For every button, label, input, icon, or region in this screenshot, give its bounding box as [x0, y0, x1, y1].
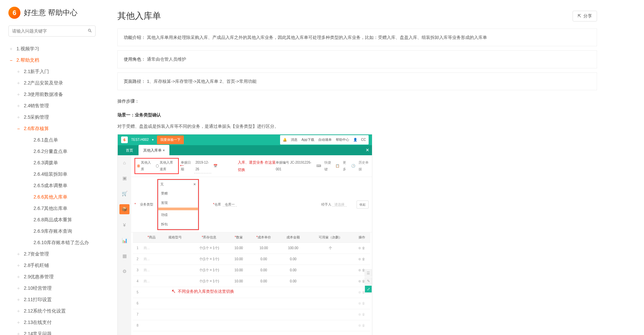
search-wrapper — [8, 25, 96, 37]
nav-item-22[interactable]: ＋2.2产品安装及登录 — [8, 77, 104, 89]
nav-label: 2.2产品安装及登录 — [24, 80, 63, 86]
nav-item-video[interactable]: ＋1.视频学习 — [8, 43, 104, 55]
plus-icon: ＋ — [16, 92, 21, 97]
share-button[interactable]: ⇱ 分享 — [573, 11, 597, 21]
chart-icon: 📊 — [122, 236, 127, 245]
nav-item-2610[interactable]: 2.6.10库存账本错了怎么办 — [8, 237, 104, 248]
nav-item-23[interactable]: ＋2.3使用前数据准备 — [8, 89, 104, 100]
path-text: 1、库存核算->库存管理->其他入库单 2、首页->常用功能 — [147, 79, 257, 84]
plus-icon: ＋ — [16, 274, 21, 280]
nav-label: 2.13在线支付 — [24, 320, 52, 326]
nav-item-265[interactable]: 2.6.5成本调整单 — [8, 180, 104, 191]
ss-tenant: TEST-H002 — [131, 136, 149, 143]
nav-item-24[interactable]: ＋2.4销售管理 — [8, 100, 104, 112]
ss-logo-icon: 6 — [121, 136, 128, 143]
minus-icon: − — [8, 58, 14, 63]
ss-tab-home: 首页 — [121, 145, 138, 156]
nav-item-docs[interactable]: −2.帮助文档 — [8, 55, 104, 66]
intro-text: 其他入库单用来处理除采购入库、产成品入库之外的其他入库业务，因此其他入库单可处理… — [147, 35, 487, 40]
nav-label: 2.6.10库存账本错了怎么办 — [34, 240, 89, 246]
app-screenshot: 6 TEST-H002 ▾ 我要体验一下 🔔消息 App下载 自动填单 帮助中心… — [117, 134, 372, 335]
nav-item-264[interactable]: 2.6.4组装拆卸单 — [8, 169, 104, 180]
nav-label: 2.7资金管理 — [24, 251, 49, 257]
nav-item-263[interactable]: 2.6.3调拨单 — [8, 157, 104, 169]
nav-label: 2.1新手入门 — [24, 69, 49, 75]
ss-topbar: 6 TEST-H002 ▾ 我要体验一下 🔔消息 App下载 自动填单 帮助中心… — [118, 134, 372, 145]
nav-item-29[interactable]: ＋2.9优惠券管理 — [8, 271, 104, 283]
red-arrow-icon: ↖ — [171, 286, 176, 297]
nav-label: 2.6.3调拨单 — [34, 160, 58, 166]
nav-label: 1.视频学习 — [16, 46, 39, 52]
ss-msg-icon: 🔔 — [283, 136, 287, 143]
page-title: 其他入库单 — [117, 10, 161, 22]
nav-label: 2.6.5成本调整单 — [34, 183, 67, 189]
nav-item-214[interactable]: ＋2.14常见问题 — [8, 328, 104, 335]
nav-label: 2.11打印设置 — [24, 297, 52, 303]
nav-label: 2.8手机旺铺 — [24, 263, 49, 269]
nav-item-266[interactable]: 2.6.6其他入库单 — [8, 191, 104, 203]
widget-icon: ⤢ — [365, 285, 372, 293]
nav-item-21[interactable]: ＋2.1新手入门 — [8, 66, 104, 77]
plus-icon: ＋ — [16, 331, 21, 335]
nav-item-213[interactable]: ＋2.13在线支付 — [8, 317, 104, 328]
path-label: 页面路径： — [124, 79, 146, 84]
share-icon: ⇱ — [578, 13, 581, 18]
ss-avatar-icon: 👤 — [353, 136, 357, 143]
intro-label: 功能介绍： — [124, 35, 146, 40]
nav-item-269[interactable]: 2.6.9库存账本查询 — [8, 226, 104, 237]
nav-label: 2.9优惠券管理 — [24, 274, 54, 280]
nav-item-267[interactable]: 2.6.7其他出库单 — [8, 203, 104, 214]
nav-label: 2.12系统个性化设置 — [24, 308, 66, 314]
nav-label: 2.6.7其他出库单 — [34, 206, 67, 212]
money-icon: ¥ — [123, 220, 126, 230]
nav-label: 2.帮助文档 — [16, 57, 39, 63]
nav-item-211[interactable]: ＋2.11打印设置 — [8, 294, 104, 305]
nav-item-25[interactable]: ＋2.5采购管理 — [8, 112, 104, 123]
search-input[interactable] — [8, 25, 96, 37]
nav-item-268[interactable]: 2.6.8商品成本重算 — [8, 214, 104, 226]
ss-trial-button: 我要体验一下 — [157, 135, 184, 144]
nav-label: 2.3使用前数据准备 — [24, 92, 63, 98]
content-block: 操作步骤： 场景一：业务类型确认 对于受赠、盘盈或是拆装入库等不同的业务，是通过… — [117, 97, 597, 335]
nav-label: 2.6.9库存账本查询 — [34, 228, 72, 234]
nav-item-262[interactable]: 2.6.2分量盘点单 — [8, 146, 104, 157]
nav-label: 2.10经营管理 — [24, 285, 52, 291]
box-icon: ▣ — [122, 173, 127, 183]
role-text: 通常由仓管人员维护 — [147, 57, 186, 62]
ss-detail-table: *商品 规格型号 *库存信息 *数量 *成本单价 成本金额 可用量（勿删） 操作 — [133, 232, 370, 335]
plus-icon: ＋ — [16, 309, 21, 314]
red-arrow-icon: ← — [179, 159, 185, 171]
close-icon: ✕ — [193, 181, 196, 188]
calendar-icon: 📅 — [213, 163, 217, 169]
ss-date-value: 2019-12-26 — [194, 159, 211, 173]
steps-label: 操作步骤： — [117, 97, 597, 106]
site-title: 好生意 帮助中心 — [24, 8, 77, 18]
nav-item-28[interactable]: ＋2.8手机旺铺 — [8, 260, 104, 271]
nav-item-212[interactable]: ＋2.12系统个性化设置 — [8, 305, 104, 317]
path-box: 页面路径：1、库存核算->库存管理->其他入库单 2、首页->常用功能 — [117, 72, 597, 90]
home-icon: ⌂ — [123, 158, 126, 167]
ss-biztype-dropdown: 无✕ 受赠 发现 功绩 拆包 — [157, 179, 199, 230]
minus-icon: − — [16, 126, 21, 131]
nav-label: 2.6.6其他入库单 — [34, 194, 67, 200]
nav-item-261[interactable]: 2.6.1盘点单 — [8, 134, 104, 146]
ss-content: 其他入库 其他入库退库 ← 单据日期 2019-12-26 📅 入库、退货业务 … — [131, 155, 372, 335]
stock-icon: 📦 — [119, 204, 129, 214]
ss-annotation-1: 入库、退货业务 在这里切换 — [238, 159, 276, 173]
ss-doctype-radio-group: 其他入库 其他入库退库 ← — [135, 158, 179, 174]
cart-icon: 🛒 — [122, 189, 127, 198]
site-header: 6 好生意 帮助中心 — [8, 7, 104, 19]
plus-icon: ＋ — [16, 320, 21, 325]
grid-icon: ▦ — [122, 251, 127, 261]
nav-label: 2.6.1盘点单 — [34, 137, 58, 143]
scene1-desc: 对于受赠、盘盈或是拆装入库等不同的业务，是通过单据头【业务类型】进行区分。 — [117, 122, 597, 131]
plus-icon: ＋ — [16, 297, 21, 302]
nav-label: 2.6.4组装拆卸单 — [34, 171, 67, 177]
search-icon[interactable] — [88, 28, 92, 34]
nav-item-210[interactable]: ＋2.10经营管理 — [8, 283, 104, 294]
role-box: 使用角色：通常由仓管人员维护 — [117, 50, 597, 68]
page-header: 其他入库单 ⇱ 分享 — [117, 10, 597, 22]
nav-item-27[interactable]: ＋2.7资金管理 — [8, 248, 104, 260]
ss-collapse-button: 收起 — [357, 201, 369, 209]
nav-item-26[interactable]: −2.6库存核算 — [8, 123, 104, 134]
